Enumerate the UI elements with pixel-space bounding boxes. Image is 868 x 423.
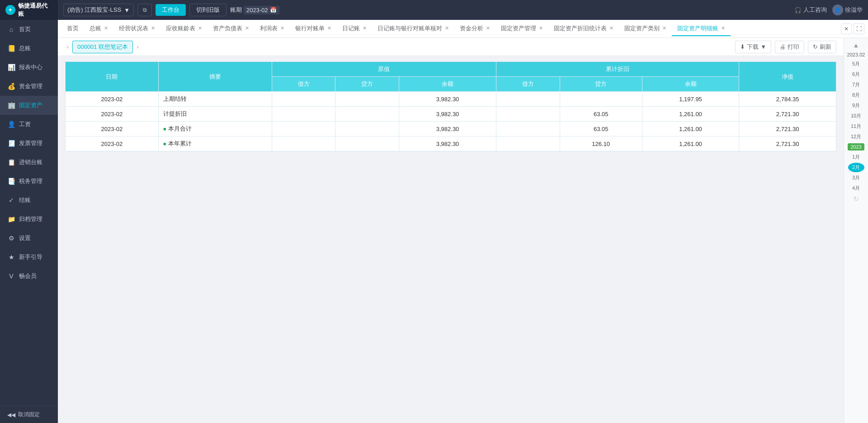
refresh-label: 刷新 xyxy=(820,43,831,51)
sidebar-item-home[interactable]: ⌂ 首页 xyxy=(0,20,58,39)
sidebar-icon-archive: 📁 xyxy=(7,216,15,223)
timeline-m1[interactable]: 1月 xyxy=(848,152,864,162)
subnav-next[interactable]: › xyxy=(135,42,140,52)
print-icon: 🖨 xyxy=(780,43,786,50)
service-btn[interactable]: 🎧 人工咨询 xyxy=(794,6,827,14)
tab-label-fund-analysis: 资金分析 xyxy=(460,24,483,33)
cell-date: 2023-02 xyxy=(66,136,159,151)
tab-journal[interactable]: 日记账✕ xyxy=(337,22,372,36)
tab-balance[interactable]: 资产负债表✕ xyxy=(208,22,255,36)
sidebar-icon-member: V xyxy=(7,273,15,280)
sidebar-pin-btn[interactable]: ◀◀ 取消固定 xyxy=(0,406,58,423)
pin-label: 取消固定 xyxy=(18,411,40,418)
tab-close-fixed-detail[interactable]: ✕ xyxy=(721,25,725,31)
tab-fixed-mgmt[interactable]: 固定资产管理✕ xyxy=(495,22,548,36)
tab-close-fixed-mgmt[interactable]: ✕ xyxy=(539,25,543,31)
switch-btn[interactable]: 切到旧版 xyxy=(189,4,226,16)
cell-orig-balance: 3,982.30 xyxy=(399,136,496,151)
subnav-prev[interactable]: ‹ xyxy=(65,42,71,52)
timeline-m8[interactable]: 8月 xyxy=(848,90,864,100)
timeline-down[interactable]: ↻ xyxy=(852,193,861,204)
timeline-m2[interactable]: 2月 xyxy=(848,163,864,172)
timeline-up[interactable]: ▲ xyxy=(851,40,861,51)
close-all-btn[interactable]: ✕ xyxy=(841,24,852,34)
timeline-m3[interactable]: 3月 xyxy=(848,173,864,183)
copy-btn[interactable]: ⧉ xyxy=(137,4,152,16)
sidebar-item-reports[interactable]: 📊 报表中心 xyxy=(0,58,58,77)
tab-close-fixed-category[interactable]: ✕ xyxy=(662,25,666,31)
th-dep-credit: 贷方 xyxy=(560,77,642,92)
tab-close-balance[interactable]: ✕ xyxy=(245,25,249,31)
timeline-m5[interactable]: 5月 xyxy=(848,59,864,69)
sidebar-label-guide: 新手引导 xyxy=(19,253,42,261)
cell-date: 2023-02 xyxy=(66,122,159,136)
tab-receivable[interactable]: 应收账龄表✕ xyxy=(160,22,208,36)
tab-journal-bank[interactable]: 日记账与银行对账单核对✕ xyxy=(372,22,454,36)
user-menu[interactable]: 👤 徐溢华 xyxy=(832,5,863,15)
tab-close-journal[interactable]: ✕ xyxy=(363,25,367,31)
cell-orig-credit xyxy=(335,122,399,136)
tab-home[interactable]: 首页 xyxy=(61,22,84,36)
timeline-m9[interactable]: 9月 xyxy=(848,101,864,110)
asset-tab[interactable]: 000001 联想笔记本 xyxy=(72,41,133,53)
timeline-m12[interactable]: 12月 xyxy=(848,132,864,141)
sidebar-item-invoice[interactable]: 🧾 发票管理 xyxy=(0,134,58,153)
timeline-m7[interactable]: 7月 xyxy=(848,80,864,89)
sidebar-item-guide[interactable]: ★ 新手引导 xyxy=(0,248,58,267)
tab-bank[interactable]: 银行对账单✕ xyxy=(290,22,337,36)
tab-profit[interactable]: 利润表✕ xyxy=(255,22,290,36)
sidebar-item-funds[interactable]: 💰 资金管理 xyxy=(0,77,58,96)
company-selector[interactable]: (劝告) 江西股宝-LSS ▼ xyxy=(63,4,134,16)
tab-fund-analysis[interactable]: 资金分析✕ xyxy=(454,22,495,36)
tab-close-fund-analysis[interactable]: ✕ xyxy=(486,25,490,31)
app-title: 畅捷通易代账 xyxy=(18,2,52,18)
tab-status[interactable]: 经营状况表✕ xyxy=(113,22,160,36)
timeline-m4[interactable]: 4月 xyxy=(848,183,864,193)
sidebar-label-tax: 税务管理 xyxy=(19,177,42,185)
cell-orig-debit xyxy=(272,136,335,151)
tab-close-status[interactable]: ✕ xyxy=(151,25,155,31)
sidebar-item-settings[interactable]: ⚙ 设置 xyxy=(0,229,58,248)
download-btn[interactable]: ⬇ 下载 ▼ xyxy=(735,41,771,53)
cell-desc: 上期结转 xyxy=(158,92,272,107)
tab-close-profit[interactable]: ✕ xyxy=(280,25,284,31)
sidebar-item-ledger[interactable]: 📒 总账 xyxy=(0,39,58,58)
tab-ledger[interactable]: 总账✕ xyxy=(84,22,113,36)
sidebar-icon-fixed-assets: 🏢 xyxy=(7,102,15,109)
cell-dep-credit xyxy=(560,92,642,107)
timeline-m10[interactable]: 10月 xyxy=(848,111,864,121)
sidebar-label-archive: 归档管理 xyxy=(19,215,42,223)
sidebar-item-settle[interactable]: ✓ 结账 xyxy=(0,191,58,210)
print-btn[interactable]: 🖨 打印 xyxy=(775,41,804,53)
tab-label-ledger: 总账 xyxy=(90,24,101,33)
timeline-m6[interactable]: 6月 xyxy=(848,70,864,79)
sidebar-item-sales[interactable]: 📋 进销台账 xyxy=(0,153,58,172)
main-area: (劝告) 江西股宝-LSS ▼ ⧉ 工作台 切到旧版 账期 2023-02 📅 … xyxy=(58,0,868,423)
tab-close-journal-bank[interactable]: ✕ xyxy=(445,25,449,31)
tab-close-fixed-depreciation[interactable]: ✕ xyxy=(609,25,613,31)
tab-label-fixed-category: 固定资产类别 xyxy=(624,24,660,33)
tab-close-bank[interactable]: ✕ xyxy=(327,25,331,31)
sidebar-item-payroll[interactable]: 👤 工资 xyxy=(0,115,58,134)
timeline-year-label: 2023 xyxy=(848,143,864,150)
cell-date: 2023-02 xyxy=(66,92,159,107)
refresh-btn[interactable]: ↻ 刷新 xyxy=(808,41,836,53)
tab-fixed-depreciation[interactable]: 固定资产折旧统计表✕ xyxy=(548,22,619,36)
tab-close-receivable[interactable]: ✕ xyxy=(198,25,202,31)
period-badge[interactable]: 2023-02 📅 xyxy=(244,6,279,14)
sidebar-item-fixed-assets[interactable]: 🏢 固定资产 xyxy=(0,96,58,115)
cell-date: 2023-02 xyxy=(66,107,159,122)
sidebar-item-member[interactable]: V 畅会员 xyxy=(0,267,58,286)
tab-close-ledger[interactable]: ✕ xyxy=(104,25,108,31)
cell-dep-credit: 126.10 xyxy=(560,136,642,151)
tab-fixed-category[interactable]: 固定资产类别✕ xyxy=(619,22,672,36)
tabbar-actions: ✕ ⛶ xyxy=(841,24,864,34)
cell-orig-balance: 3,982.30 xyxy=(399,122,496,136)
timeline-m11[interactable]: 11月 xyxy=(848,122,864,131)
sidebar-item-archive[interactable]: 📁 归档管理 xyxy=(0,210,58,229)
tab-fixed-detail[interactable]: 固定资产明细账✕ xyxy=(672,22,731,36)
fullscreen-btn[interactable]: ⛶ xyxy=(854,24,864,34)
cell-orig-credit xyxy=(335,92,399,107)
workspace-btn[interactable]: 工作台 xyxy=(156,4,186,16)
sidebar-item-tax[interactable]: 📑 税务管理 xyxy=(0,172,58,191)
